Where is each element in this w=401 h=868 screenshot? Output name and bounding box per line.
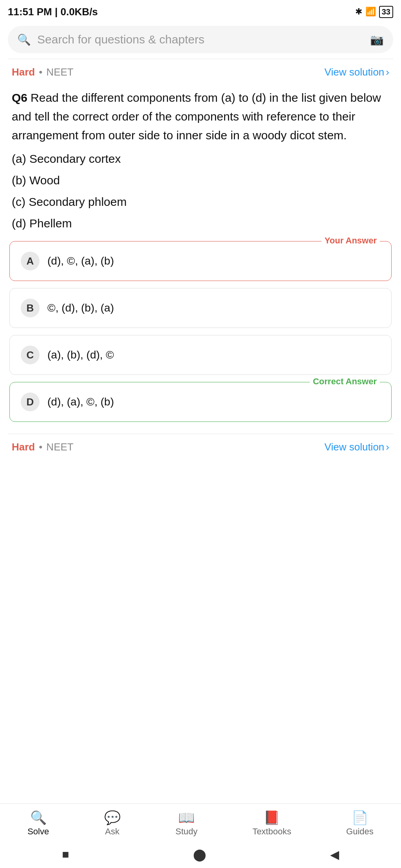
bluetooth-icon: ✱ (355, 7, 362, 17)
android-stop-button[interactable]: ■ (62, 848, 69, 861)
study-icon: 📖 (178, 811, 195, 824)
your-answer-label: Your Answer (322, 236, 380, 246)
option-c-letter: C (21, 346, 40, 364)
question6-list-item-b: (b) Wood (12, 170, 389, 190)
android-nav-bar: ■ ⬤ ◀ (0, 841, 401, 868)
exam-label-bottom: NEET (46, 441, 73, 453)
question6-body-text: Read the different components from (a) t… (12, 91, 381, 142)
question-number: Q6 (12, 91, 27, 104)
page-content: 11:51 PM | 0.0KB/s ✱ 📶 33 🔍 Search for q… (0, 0, 401, 543)
camera-icon[interactable]: 📷 (370, 33, 384, 46)
status-icons: ✱ 📶 33 (355, 6, 393, 18)
option-a-wrapper: Your Answer A (d), ©, (a), (b) (9, 241, 392, 281)
option-c-box[interactable]: C (a), (b), (d), © (9, 335, 392, 375)
question6-list: (a) Secondary cortex (b) Wood (c) Second… (12, 149, 389, 233)
question6-list-item-d: (d) Phellem (12, 213, 389, 233)
meta-dot-bottom: • (39, 441, 42, 453)
textbooks-icon: 📕 (264, 811, 280, 824)
search-icon: 🔍 (17, 33, 31, 46)
search-bar[interactable]: 🔍 Search for questions & chapters 📷 (8, 26, 393, 53)
option-a-box[interactable]: A (d), ©, (a), (b) (9, 241, 392, 281)
android-back-button[interactable]: ◀ (330, 848, 339, 861)
solve-icon: 🔍 (30, 811, 47, 824)
bottom-nav: 🔍 Solve 💬 Ask 📖 Study 📕 Textbooks 📄 Guid… (0, 803, 401, 841)
question6-text: Q6Read the different components from (a)… (12, 88, 389, 145)
nav-textbooks[interactable]: 📕 Textbooks (253, 811, 291, 837)
status-time: 11:51 PM | 0.0KB/s (8, 6, 98, 18)
view-solution-button-top[interactable]: View solution › (325, 66, 389, 78)
signal-icons: 📶 (365, 7, 376, 17)
search-placeholder: Search for questions & chapters (37, 33, 364, 46)
android-home-button[interactable]: ⬤ (193, 848, 206, 861)
option-d-box[interactable]: D (d), (a), ©, (b) (9, 382, 392, 422)
status-bar: 11:51 PM | 0.0KB/s ✱ 📶 33 (0, 0, 401, 22)
difficulty-label-bottom: Hard (12, 441, 35, 453)
option-a-letter: A (21, 252, 40, 270)
correct-answer-label: Correct Answer (310, 376, 380, 387)
solve-label: Solve (27, 827, 49, 837)
meta-dot: • (39, 66, 42, 78)
option-c-text: (a), (b), (d), © (47, 347, 114, 362)
question6-block: Q6Read the different components from (a)… (0, 82, 401, 237)
question6-list-item-c: (c) Secondary phloem (12, 192, 389, 212)
question6-list-item-a: (a) Secondary cortex (12, 149, 389, 169)
nav-study[interactable]: 📖 Study (175, 811, 197, 837)
ask-label: Ask (105, 827, 119, 837)
view-solution-button-bottom[interactable]: View solution › (325, 441, 389, 453)
exam-label: NEET (46, 66, 73, 78)
page-bottom-spacer (0, 457, 401, 535)
difficulty-label: Hard (12, 66, 35, 78)
option-b-text: ©, (d), (b), (a) (47, 300, 114, 315)
option-d-letter: D (21, 393, 40, 411)
nav-solve[interactable]: 🔍 Solve (27, 811, 49, 837)
option-c-wrapper: C (a), (b), (d), © (9, 335, 392, 375)
guides-label: Guides (346, 827, 374, 837)
guides-icon: 📄 (352, 811, 368, 824)
option-b-wrapper: B ©, (d), (b), (a) (9, 288, 392, 328)
option-d-wrapper: Correct Answer D (d), (a), ©, (b) (9, 382, 392, 422)
nav-ask[interactable]: 💬 Ask (104, 811, 121, 837)
question6-meta-left: Hard • NEET (12, 66, 74, 78)
option-d-text: (d), (a), ©, (b) (47, 394, 114, 409)
question6-meta-top: Hard • NEET View solution › (0, 59, 401, 82)
option-b-box[interactable]: B ©, (d), (b), (a) (9, 288, 392, 328)
options-container: Your Answer A (d), ©, (a), (b) B ©, (d),… (0, 237, 401, 426)
option-a-text: (d), ©, (a), (b) (47, 253, 114, 268)
study-label: Study (175, 827, 197, 837)
textbooks-label: Textbooks (253, 827, 291, 837)
question6-meta-bottom-left: Hard • NEET (12, 441, 74, 453)
option-b-letter: B (21, 299, 40, 317)
question6-meta-bottom: Hard • NEET View solution › (0, 434, 401, 457)
battery-indicator: 33 (379, 6, 393, 18)
nav-guides[interactable]: 📄 Guides (346, 811, 374, 837)
ask-icon: 💬 (104, 811, 121, 824)
